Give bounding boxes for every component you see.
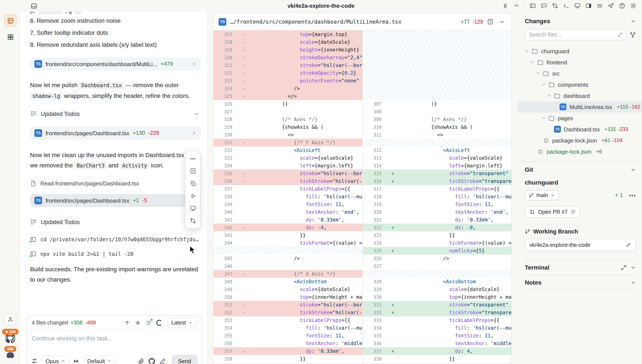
read-file-row[interactable]: Read frontend/src/pages/Dashboard.tsx	[30, 180, 201, 187]
comment-icon[interactable]	[539, 1, 548, 10]
terminal-icon[interactable]	[562, 1, 571, 10]
diff-cell-ctx: 327	[213, 108, 363, 116]
share-icon[interactable]	[606, 1, 615, 10]
tree-file-package-lock-json[interactable]: package-lock.json+61-104	[518, 135, 642, 146]
latest-dropdown[interactable]: Latest	[167, 318, 197, 328]
diff-cell-add: 316+ tickStroke="transparent"	[363, 177, 511, 185]
code-line: dy: 4,	[399, 348, 511, 354]
line-number: 327	[213, 109, 238, 114]
tree-file-multilinearea-tsx[interactable]: TSMultiLineArea.tsx+110-162	[518, 101, 642, 112]
app-logo-tab[interactable]	[4, 14, 17, 27]
tree-folder-components[interactable]: components	[518, 79, 642, 90]
grid-nav-icon[interactable]	[4, 30, 17, 43]
model-dropdown[interactable]: Opus	[41, 356, 70, 364]
diff-icon[interactable]	[186, 165, 199, 177]
git-fork-icon[interactable]	[629, 32, 636, 38]
copy-icon[interactable]	[186, 177, 199, 190]
diff-cell-del: 318- scale={dateScale}	[213, 38, 363, 46]
diff-rows[interactable]: 317- top={margin.top}318- scale={dateSca…	[213, 30, 511, 364]
diff-cell-del: 320- strokeDasharray="2,4"	[213, 54, 363, 62]
lines-added: +131	[605, 126, 616, 132]
monitor-icon[interactable]	[573, 1, 582, 10]
run-icon[interactable]	[186, 190, 199, 202]
inbox-icon[interactable]	[29, 1, 38, 10]
tree-folder-src[interactable]: src	[518, 68, 642, 79]
git-compare-icon[interactable]	[550, 1, 559, 10]
chevron-down-icon[interactable]	[630, 280, 636, 285]
discord-count-badge[interactable]: 346	[5, 346, 16, 352]
chevron-down-icon[interactable]	[630, 265, 636, 270]
todos-status-icon[interactable]	[146, 320, 152, 326]
more-options-icon[interactable]	[186, 152, 199, 165]
diff-cell-del: 357- dy: '0.33em',	[213, 347, 363, 355]
file-change-card-multilinearea[interactable]: TS frontend/src/components/dashboard/Mul…	[30, 58, 201, 70]
working-branch-field[interactable]: vk/4e2a-explore-the-code	[525, 239, 636, 251]
arrow-up-icon[interactable]	[124, 320, 130, 326]
pause-icon[interactable]	[501, 1, 510, 10]
updated-todos-row[interactable]: Updated Todos	[30, 216, 201, 228]
commits-ahead[interactable]: 1	[614, 192, 623, 198]
account-icon[interactable]	[4, 313, 16, 325]
collapse-icon[interactable]	[617, 32, 623, 37]
diff-row: 324- />	[213, 84, 511, 92]
chevron-down-icon[interactable]	[497, 17, 506, 26]
chevron-down-icon[interactable]	[630, 167, 636, 172]
diff-view-icon[interactable]	[486, 17, 495, 26]
send-button[interactable]: Send	[172, 355, 198, 364]
chevron-up-icon[interactable]	[512, 1, 521, 10]
search-files-input[interactable]	[525, 29, 626, 40]
code-line: tickLabelProps={{	[399, 317, 511, 323]
diff-cell-ctx: 323 }}	[363, 231, 511, 239]
tree-file-package-lock-json[interactable]: package-lock.json+6	[518, 146, 642, 157]
sliders-icon[interactable]	[31, 358, 38, 364]
panel-right-icon[interactable]	[584, 1, 593, 10]
compare-icon[interactable]	[186, 214, 199, 227]
diff-row: 327308	[213, 108, 511, 116]
terminal-command-row[interactable]: cd /private/var/folders/10/h7w0q46556ggr…	[30, 236, 201, 242]
tree-folder-frontend[interactable]: frontend	[518, 57, 642, 68]
code-line: scale={valueScale}	[250, 155, 362, 161]
tree-folder-pages[interactable]: pages	[518, 112, 642, 124]
folder-icon	[543, 70, 549, 76]
file-change-card-dashboard-2[interactable]: TS frontend/src/pages/Dashboard.tsx +1 -…	[30, 194, 201, 207]
files-changed-bar[interactable]: 4 files changed +308 -499 Latest	[27, 316, 202, 330]
open-pr-button[interactable]: Open PR #7	[525, 206, 580, 218]
folder-icon	[548, 115, 555, 121]
updated-todos-row[interactable]: Updated Todos	[30, 108, 201, 119]
diff-cell-del: 336- tickStroke="hsl(var(--border))"	[213, 177, 363, 185]
diff-cell-ctx: 330 top={innerHeight + margin.top}	[363, 293, 511, 301]
file-change-card-dashboard[interactable]: TS frontend/src/pages/Dashboard.tsx +130…	[30, 127, 201, 140]
panel-left-icon[interactable]	[528, 1, 537, 10]
git-section-header[interactable]: Git	[525, 164, 636, 176]
message-input[interactable]: Continue working on this task...	[27, 330, 202, 352]
preview-icon[interactable]	[186, 202, 199, 214]
tree-folder-dashboard[interactable]: dashboard	[518, 90, 642, 101]
loading-spinner	[156, 320, 162, 326]
diff-cell-ctx: 310 {showAxis && (	[363, 123, 511, 131]
expand-icon[interactable]	[621, 265, 626, 270]
fast-forward-icon[interactable]	[73, 358, 80, 364]
chevron-down-icon[interactable]	[630, 18, 636, 24]
diff-cell-ctx: 349 scale={dateScale}	[213, 286, 363, 293]
terminal-section-header[interactable]: Terminal	[525, 260, 636, 275]
github-icon[interactable]	[148, 358, 155, 364]
menu-icon[interactable]	[595, 1, 604, 10]
github-stars-badge[interactable]: ★22k	[2, 329, 18, 335]
code-line: <AxisBottom	[250, 278, 362, 284]
more-options-icon[interactable]: •••	[629, 192, 636, 198]
asterisk-icon[interactable]	[135, 320, 141, 326]
notes-section-header[interactable]: Notes	[525, 275, 636, 290]
mode-dropdown[interactable]: Default	[83, 356, 116, 364]
terminal-command-row[interactable]: npx vite build 2>&1 | tail -20	[30, 251, 201, 257]
settings-gear-icon[interactable]	[629, 1, 638, 10]
tree-folder-churnguard[interactable]: churnguard	[518, 46, 642, 57]
edit-pencil-icon[interactable]	[626, 242, 631, 248]
help-icon[interactable]	[617, 1, 626, 10]
tree-file-dashboard-tsx[interactable]: TSDashboard.tsx+131-233	[518, 124, 642, 135]
changes-section-header[interactable]: Changes	[525, 15, 636, 27]
paperclip-icon[interactable]	[138, 358, 144, 364]
branch-selector[interactable]: main	[525, 190, 559, 200]
divider	[518, 162, 642, 162]
terminal-run-icon	[30, 251, 37, 257]
signature-pen-icon[interactable]	[159, 358, 166, 364]
